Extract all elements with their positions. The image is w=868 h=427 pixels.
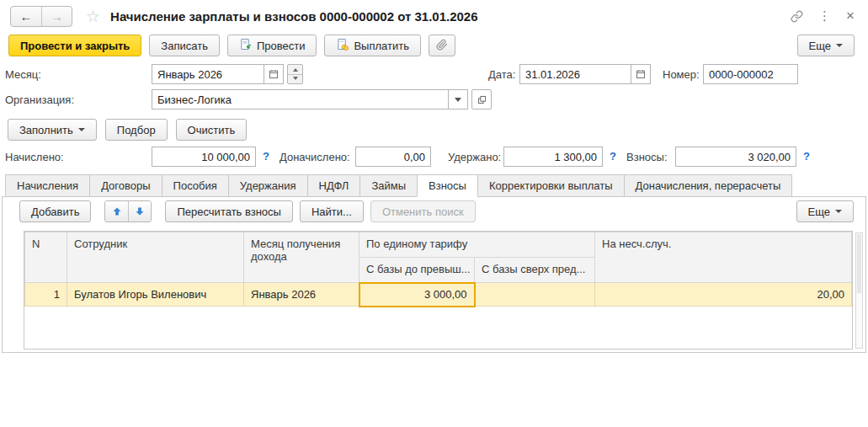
month-spinner <box>287 64 303 84</box>
col-header-accident: На несч.случ. <box>595 232 852 283</box>
accrued-input[interactable] <box>152 147 256 167</box>
withheld-label: Удержано: <box>448 151 501 163</box>
paperclip-icon <box>436 39 448 53</box>
move-row-down-button[interactable] <box>128 201 151 222</box>
scrollbar-thumb[interactable] <box>857 234 861 293</box>
vertical-scrollbar[interactable] <box>855 232 863 349</box>
clear-button[interactable]: Очистить <box>176 119 248 141</box>
cell-accident[interactable]: 20,00 <box>595 283 852 307</box>
tab-zaymy[interactable]: Займы <box>359 174 418 197</box>
organization-input[interactable] <box>152 89 448 109</box>
post-button[interactable]: Провести <box>227 35 317 56</box>
spinner-down-button[interactable] <box>288 74 302 84</box>
totals-row: Начислено: ? Доначислено: Удержано: ? Вз… <box>0 147 868 168</box>
month-input-group <box>152 64 284 84</box>
organization-dropdown-button[interactable] <box>448 89 468 109</box>
contributions-tab-panel: Добавить Пересчитать взносы Найти... Отм… <box>2 196 866 353</box>
tab-strip: Начисления Договоры Пособия Удержания НД… <box>0 173 868 197</box>
number-input[interactable] <box>703 64 798 84</box>
close-icon[interactable]: × <box>846 8 855 24</box>
get-link-icon[interactable] <box>791 10 803 23</box>
save-button[interactable]: Записать <box>149 35 220 56</box>
date-input[interactable] <box>519 64 631 84</box>
col-header-employee: Сотрудник <box>67 232 244 283</box>
tab-ndfl[interactable]: НДФЛ <box>307 174 361 197</box>
fill-actions-row: Заполнить Подбор Очистить <box>0 118 868 141</box>
tab-donachisleniya-pereraschety[interactable]: Доначисления, перерасчеты <box>624 174 793 197</box>
document-window: ← → ☆ Начисление зарплаты и взносов 0000… <box>0 0 868 427</box>
cell-employee[interactable]: Булатов Игорь Виленович <box>67 283 244 307</box>
added-label: Доначислено: <box>280 151 350 163</box>
tab-nachisleniya[interactable]: Начисления <box>5 174 90 197</box>
nav-history-group: ← → <box>10 6 72 27</box>
post-and-close-button[interactable]: Провести и закрыть <box>8 35 141 56</box>
pay-button[interactable]: Выплатить <box>324 35 421 56</box>
month-row: Месяц: Дата: <box>0 64 868 86</box>
arrow-up-icon <box>112 206 122 216</box>
back-button[interactable]: ← <box>11 7 41 26</box>
col-header-income-month: Месяц получения дохода <box>244 232 359 283</box>
more-menu-icon[interactable]: ⋮ <box>818 8 831 24</box>
date-label: Дата: <box>488 68 515 81</box>
tab-vznosy[interactable]: Взносы <box>417 174 478 197</box>
cell-row-number[interactable]: 1 <box>25 283 67 307</box>
fill-button[interactable]: Заполнить <box>8 119 97 141</box>
withheld-input[interactable] <box>503 147 603 167</box>
chevron-down-icon <box>836 44 843 51</box>
number-label: Номер: <box>663 68 700 81</box>
forward-button[interactable]: → <box>41 7 72 26</box>
organization-input-group <box>152 89 468 109</box>
pick-button[interactable]: Подбор <box>105 119 168 141</box>
favorite-star-icon[interactable]: ☆ <box>86 8 100 24</box>
calendar-icon <box>636 69 646 79</box>
tab-korrektirovki-vyplaty[interactable]: Корректировки выплаты <box>477 174 625 197</box>
contributions-label: Взносы: <box>626 151 668 163</box>
titlebar-actions: ⋮ × <box>791 8 858 24</box>
cell-income-month[interactable]: Январь 2026 <box>244 283 359 307</box>
command-bar: Провести и закрыть Записать Провести <box>0 32 868 59</box>
month-calendar-button[interactable] <box>264 64 284 84</box>
tab-posobiya[interactable]: Пособия <box>162 174 229 197</box>
more-button-grid[interactable]: Еще <box>796 200 854 222</box>
attachments-button[interactable] <box>429 35 455 56</box>
move-row-group <box>104 200 152 222</box>
organization-row: Организация: <box>0 89 868 111</box>
chevron-down-icon <box>835 210 842 216</box>
col-header-base-over: С базы сверх пред... <box>475 258 595 283</box>
chevron-down-icon <box>78 128 85 135</box>
contributions-input[interactable] <box>675 147 796 167</box>
more-button-top[interactable]: Еще <box>797 35 855 56</box>
accrued-help-link[interactable]: ? <box>263 150 269 163</box>
date-calendar-button[interactable] <box>631 64 651 84</box>
date-input-group <box>519 64 651 84</box>
spinner-up-button[interactable] <box>288 65 302 74</box>
month-input[interactable] <box>152 64 264 84</box>
table-row: 1 Булатов Игорь Виленович Январь 2026 3 … <box>25 283 852 307</box>
find-button[interactable]: Найти... <box>300 200 364 222</box>
organization-label: Организация: <box>5 93 74 106</box>
added-input[interactable] <box>355 147 431 167</box>
withheld-help-link[interactable]: ? <box>610 150 616 163</box>
chevron-down-icon <box>455 98 461 105</box>
add-row-button[interactable]: Добавить <box>19 200 91 222</box>
month-label: Месяц: <box>5 68 41 81</box>
post-document-icon <box>239 38 252 53</box>
move-row-up-button[interactable] <box>105 201 128 222</box>
recalculate-contributions-button[interactable]: Пересчитать взносы <box>165 200 293 222</box>
grid-toolbar: Добавить Пересчитать взносы Найти... Отм… <box>19 200 854 222</box>
col-header-unified-tariff: По единому тарифу <box>359 232 595 258</box>
tab-uderzhaniya[interactable]: Удержания <box>228 174 308 197</box>
pay-document-icon <box>336 38 349 53</box>
page-title: Начисление зарплаты и взносов 0000-00000… <box>110 9 478 24</box>
organization-open-button[interactable] <box>471 89 492 109</box>
accrued-label: Начислено: <box>5 151 64 163</box>
open-form-icon <box>477 94 487 105</box>
calendar-icon <box>269 69 279 79</box>
cell-base-under-selected[interactable]: 3 000,00 <box>359 283 475 307</box>
contributions-grid: N Сотрудник Месяц получения дохода По ед… <box>24 231 853 350</box>
arrow-down-icon <box>135 206 145 216</box>
contributions-help-link[interactable]: ? <box>803 150 810 163</box>
titlebar: ← → ☆ Начисление зарплаты и взносов 0000… <box>0 0 868 32</box>
cell-base-over[interactable] <box>475 283 595 307</box>
tab-dogovory[interactable]: Договоры <box>89 174 162 197</box>
